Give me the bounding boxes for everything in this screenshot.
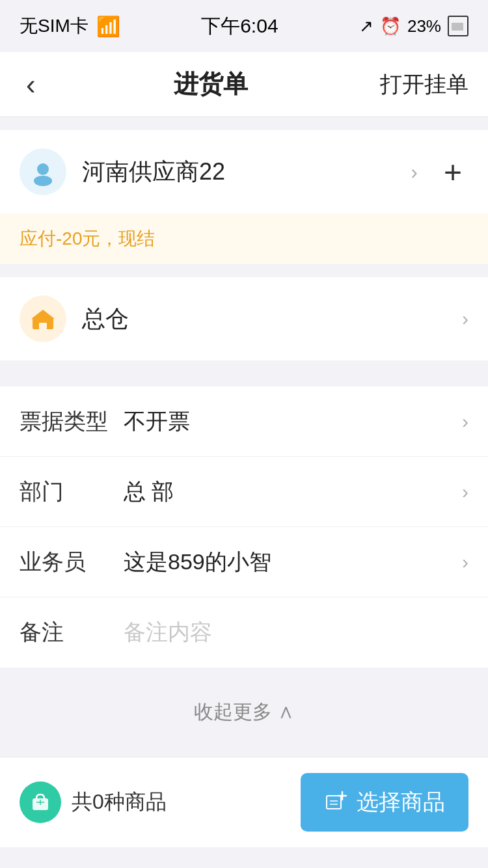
collapse-label: 收起更多 ∧ [194,699,293,726]
warehouse-chevron-icon: › [462,308,468,330]
open-pending-button[interactable]: 打开挂单 [380,70,468,100]
supplier-chevron-icon: › [411,160,418,184]
warehouse-icon [20,295,66,342]
invoice-type-row[interactable]: 票据类型 不开票 › [0,387,488,457]
status-right: ↗ ⏰ 23% [359,16,468,36]
supplier-name: 河南供应商22 [82,156,411,188]
battery-text: 23% [407,16,441,36]
wifi-icon: 📶 [96,15,120,38]
product-count-text: 共0种商品 [72,788,167,817]
back-button[interactable]: ‹ [20,62,42,107]
product-bag-icon [29,791,52,814]
add-supplier-button[interactable]: + [437,154,468,190]
svg-point-0 [37,163,49,175]
select-product-button[interactable]: 选择商品 [301,773,468,832]
battery-icon [448,16,468,36]
department-chevron: › [462,481,468,503]
status-left: 无SIM卡 📶 [20,14,120,38]
remark-label: 备注 [20,617,124,647]
salesperson-value: 这是859的小智 [124,547,462,577]
mid-divider1 [0,264,488,277]
page-title: 进货单 [174,68,248,101]
notice-banner: 应付-20元，现结 [0,213,488,264]
warehouse-name: 总仓 [82,303,462,335]
page-background [0,847,488,868]
collapse-row[interactable]: 收起更多 ∧ [0,681,488,744]
nav-bar: ‹ 进货单 打开挂单 [0,52,488,117]
salesperson-label: 业务员 [20,547,124,577]
department-row[interactable]: 部门 总 部 › [0,457,488,527]
salesperson-chevron: › [462,551,468,573]
form-section: 票据类型 不开票 › 部门 总 部 › 业务员 这是859的小智 › 备注 备注… [0,387,488,668]
status-time: 下午6:04 [201,13,278,40]
alarm-icon: ⏰ [380,16,401,36]
remark-row[interactable]: 备注 备注内容 [0,597,488,668]
select-product-label: 选择商品 [357,787,445,817]
svg-rect-4 [39,323,47,329]
supplier-row[interactable]: 河南供应商22 › + [0,130,488,213]
location-icon: ↗ [359,16,373,36]
department-value: 总 部 [124,477,462,507]
invoice-type-chevron: › [462,411,468,433]
svg-rect-8 [327,796,341,809]
carrier-text: 无SIM卡 [20,14,88,38]
product-icon-circle [20,781,61,823]
warehouse-svg-icon [30,306,56,332]
mid-divider2 [0,360,488,373]
invoice-type-value: 不开票 [124,407,462,437]
bottom-bar: 共0种商品 选择商品 [0,757,488,847]
salesperson-row[interactable]: 业务员 这是859的小智 › [0,527,488,597]
select-product-icon [324,791,347,814]
product-count-area: 共0种商品 [20,781,167,823]
svg-point-1 [34,176,52,186]
warehouse-section: 总仓 › [0,277,488,360]
svg-marker-3 [31,310,55,319]
warehouse-row[interactable]: 总仓 › [0,277,488,360]
department-label: 部门 [20,477,124,507]
supplier-avatar-icon [29,157,57,186]
supplier-avatar [20,148,66,195]
invoice-type-label: 票据类型 [20,407,124,437]
supplier-section: 河南供应商22 › + 应付-20元，现结 [0,130,488,264]
remark-placeholder: 备注内容 [124,617,468,647]
status-bar: 无SIM卡 📶 下午6:04 ↗ ⏰ 23% [0,0,488,52]
top-divider [0,117,488,130]
